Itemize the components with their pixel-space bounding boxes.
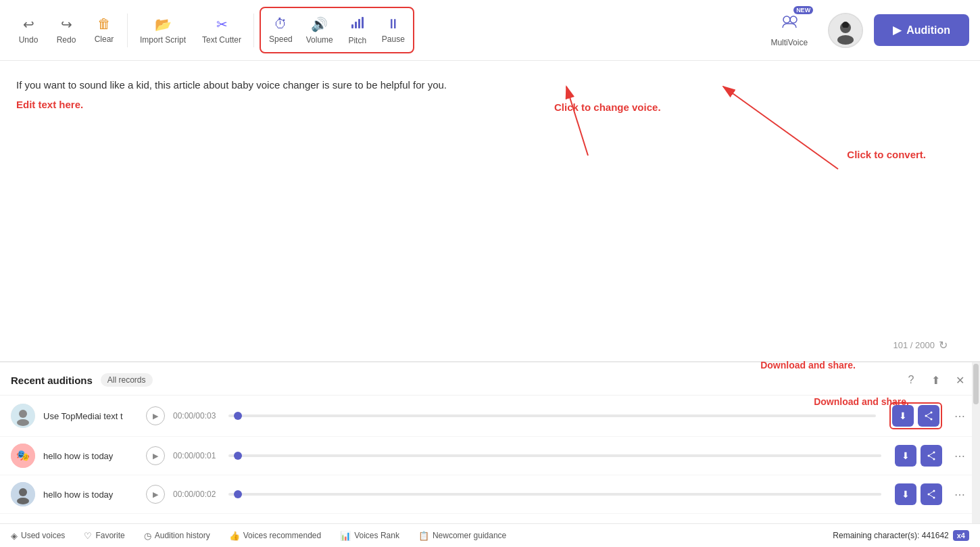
voices-recommended-item[interactable]: 👍 Voices recommended [229,531,321,541]
audio-row-3: hello how is today ▶ 00:00/00:02 ⬇ ⋯ [0,475,980,514]
volume-icon: 🔊 [311,16,328,32]
time-3: 00:00/00:02 [173,490,220,499]
recent-title: Recent auditions [11,375,93,386]
audition-history-item[interactable]: ◷ Audition history [144,531,210,541]
row-name-2: hello how is today [43,451,138,461]
recent-panel: Recent auditions All records Download an… [0,362,980,547]
play-button-3[interactable]: ▶ [146,485,165,504]
progress-dot-2[interactable] [234,452,242,460]
voices-rank-item[interactable]: 📊 Voices Rank [340,531,399,541]
download-button-1[interactable]: ⬇ [892,405,914,427]
svg-point-15 [17,419,29,426]
svg-point-8 [837,35,854,45]
voice-avatar[interactable] [828,13,863,48]
pause-icon: ⏸ [387,16,400,32]
favorite-item[interactable]: ♡ Favorite [84,531,124,541]
time-1: 00:00/00:03 [173,411,220,421]
divider [127,14,128,47]
time-2: 00:00/00:01 [173,451,220,460]
svg-point-5 [790,16,797,23]
used-voices-icon: ◈ [11,531,18,541]
newcomer-guidance-item[interactable]: 📋 Newcomer guidance [418,531,506,541]
heart-icon: ♡ [84,531,92,541]
svg-text:🎭: 🎭 [16,449,30,462]
svg-point-9 [842,22,849,28]
expand-button[interactable]: ⬆ [926,371,945,389]
svg-line-11 [566,87,588,156]
svg-point-14 [19,410,27,418]
editor-area: If you want to sound like a kid, this ar… [0,61,980,362]
svg-line-19 [926,412,931,416]
edit-hint: Edit text here. [16,99,964,110]
more-button-3[interactable]: ⋯ [950,485,969,504]
row-actions-3: ⬇ [895,483,942,505]
scrollbar-thumb[interactable] [973,364,979,404]
download-share-annotation: Download and share. [760,360,856,371]
refresh-icon[interactable]: ↻ [939,339,948,352]
svg-point-4 [783,16,790,23]
row-avatar-3 [11,482,35,506]
row-avatar-1 [11,404,35,428]
convert-annotation: Click to convert. [847,149,926,160]
volume-button[interactable]: 🔊 Volume [299,11,340,49]
multivoice-button[interactable]: NEW MultiVoice [761,9,817,51]
progress-bar-2[interactable] [228,454,881,457]
share-button-1[interactable] [918,405,939,427]
download-button-3[interactable]: ⬇ [895,483,916,505]
play-button-1[interactable]: ▶ [146,406,165,425]
remaining-chars: Remaining character(s): 441642 x4 [833,530,969,541]
x4-badge: x4 [953,530,969,541]
progress-bar-3[interactable] [228,493,881,496]
download-button-2[interactable]: ⬇ [895,445,916,467]
speed-icon: ⏱ [274,16,287,32]
row-name-1: Use TopMediai text t [43,411,138,421]
toolbar: ↩ Undo ↪ Redo 🗑 Clear 📂 Import Script ✂ … [0,0,980,61]
svg-rect-0 [351,24,353,28]
header-actions: Download and share. ? ⬆ ✕ [896,371,969,389]
row-name-3: hello how is today [43,490,138,500]
pitch-icon [350,15,365,33]
text-cutter-button[interactable]: ✂ Text Cutter [195,12,248,49]
speed-button[interactable]: ⏱ Speed [262,11,299,49]
close-panel-button[interactable]: ✕ [950,371,969,389]
recent-header: Recent auditions All records Download an… [0,362,980,396]
status-bar: ◈ Used voices ♡ Favorite ◷ Audition hist… [0,523,980,547]
progress-dot-1[interactable] [234,412,242,420]
textcut-icon: ✂ [216,16,228,32]
clear-icon: 🗑 [97,16,111,32]
used-voices-item[interactable]: ◈ Used voices [11,531,65,541]
progress-bar-1[interactable] [228,414,876,417]
share-button-2[interactable] [921,445,942,467]
row-avatar-2: 🎭 [11,444,35,468]
undo-button[interactable]: ↩ Undo [11,12,46,49]
multivoice-icon [780,13,799,35]
row-actions-2: ⬇ [895,445,942,467]
help-button[interactable]: ? [902,371,921,389]
pitch-button[interactable]: Pitch [340,11,375,49]
svg-line-26 [929,452,934,456]
redo-button[interactable]: ↪ Redo [49,12,84,49]
svg-line-34 [929,491,934,494]
pause-button[interactable]: ⏸ Pause [375,11,412,49]
import-icon: 📂 [155,16,172,32]
svg-line-20 [926,416,931,419]
more-button-2[interactable]: ⋯ [950,446,969,465]
more-button-1[interactable]: ⋯ [950,406,969,425]
svg-rect-3 [362,17,364,28]
progress-dot-3[interactable] [234,490,242,498]
audition-button[interactable]: ▶ Audition [874,14,969,46]
svg-rect-1 [355,22,357,28]
all-records-tab[interactable]: All records [101,373,153,387]
effects-group: ⏱ Speed 🔊 Volume Pitch ⏸ Pause [260,7,414,53]
char-count: 101 / 2000 ↻ [893,339,948,352]
clear-button[interactable]: 🗑 Clear [87,12,122,48]
scrollbar-track[interactable] [972,362,980,547]
row-actions-1: ⬇ [889,402,942,429]
import-script-button[interactable]: 📂 Import Script [133,12,193,49]
share-button-3[interactable] [921,483,942,505]
undo-icon: ↩ [23,16,34,32]
svg-rect-2 [358,19,360,28]
editor-text[interactable]: If you want to sound like a kid, this ar… [16,77,964,93]
audition-play-icon: ▶ [893,24,901,37]
play-button-2[interactable]: ▶ [146,446,165,465]
